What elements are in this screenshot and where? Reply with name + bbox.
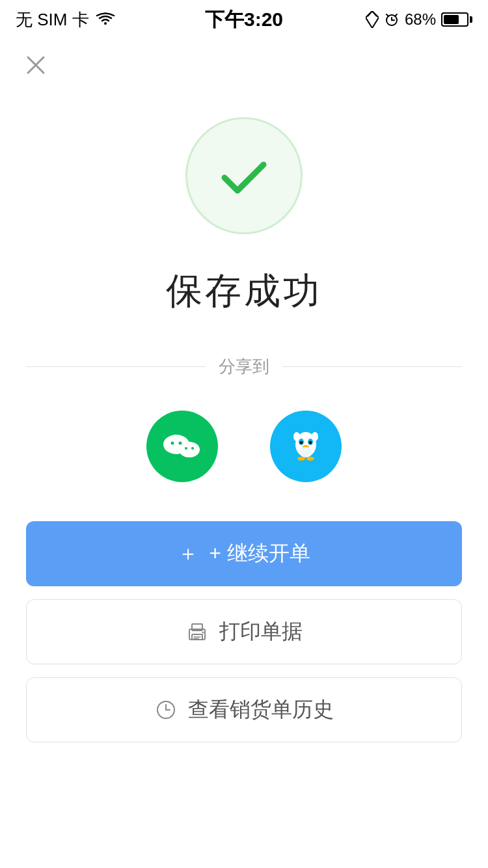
history-button[interactable]: 查看销货单历史 (26, 677, 462, 742)
share-section: 分享到 (26, 355, 462, 482)
svg-point-10 (179, 442, 182, 445)
continue-button[interactable]: ＋ + 继续开单 (26, 521, 462, 586)
svg-point-21 (299, 447, 312, 457)
plus-icon: ＋ (178, 539, 198, 568)
success-circle (185, 117, 303, 234)
history-label: 查看销货单历史 (188, 696, 334, 724)
qq-icon (283, 424, 329, 469)
battery-percent: 68% (405, 10, 436, 29)
nav-bar (0, 39, 488, 91)
svg-point-15 (312, 432, 318, 441)
share-qq-button[interactable] (270, 411, 342, 482)
svg-line-4 (395, 14, 397, 16)
print-label: 打印单据 (219, 617, 303, 646)
svg-point-9 (171, 442, 174, 445)
carrier-text: 无 SIM 卡 (16, 8, 89, 31)
location-icon (366, 11, 379, 28)
svg-point-29 (202, 632, 204, 634)
close-icon (24, 53, 47, 77)
svg-point-19 (309, 441, 312, 444)
history-icon (154, 698, 178, 722)
wifi-icon (96, 12, 115, 27)
svg-point-14 (293, 432, 300, 441)
svg-point-8 (179, 442, 200, 457)
svg-point-11 (185, 447, 187, 450)
svg-line-3 (386, 14, 388, 16)
share-wechat-button[interactable] (146, 411, 218, 482)
status-bar-time: 下午3:20 (205, 7, 283, 33)
share-divider: 分享到 (26, 355, 462, 378)
status-bar-left: 无 SIM 卡 (16, 8, 115, 31)
alarm-icon (384, 12, 400, 27)
battery-icon (441, 12, 472, 27)
share-buttons (26, 411, 462, 482)
close-button[interactable] (20, 49, 52, 81)
main-content: 保存成功 分享到 (0, 91, 488, 868)
status-bar-right: 68% (366, 10, 472, 29)
svg-point-22 (297, 457, 305, 461)
status-bar: 无 SIM 卡 下午3:20 68% (0, 0, 488, 39)
svg-point-12 (191, 447, 194, 450)
printer-icon (185, 620, 209, 644)
wechat-icon (159, 424, 205, 469)
share-label: 分享到 (219, 355, 269, 378)
svg-point-23 (306, 457, 314, 461)
checkmark-icon (215, 146, 273, 205)
continue-label: + 继续开单 (209, 539, 310, 568)
action-buttons: ＋ + 继续开单 打印单据 查看销货单历史 (26, 521, 462, 742)
success-title: 保存成功 (166, 267, 322, 316)
print-button[interactable]: 打印单据 (26, 599, 462, 664)
svg-point-17 (300, 441, 303, 444)
